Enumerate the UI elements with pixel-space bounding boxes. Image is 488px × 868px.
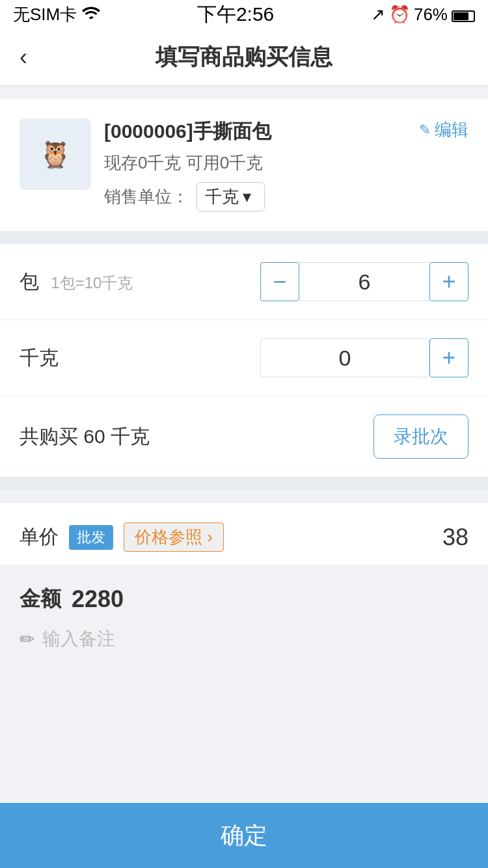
bao-minus-button[interactable]: − — [260, 262, 299, 301]
section-divider-2 — [0, 477, 488, 490]
edit-label: 编辑 — [435, 118, 468, 141]
price-ref-button[interactable]: 价格参照 › — [124, 522, 224, 552]
kg-quantity-control: + — [260, 338, 468, 377]
bao-plus-button[interactable]: + — [429, 262, 468, 301]
amount-row: 金额 2280 — [20, 585, 468, 614]
wifi-icon — [82, 6, 100, 23]
status-bar: 无SIM卡 下午2:56 ↗ ⏰ 76% — [0, 0, 488, 29]
back-button[interactable]: ‹ — [20, 44, 27, 71]
amount-section: 金额 2280 ✏ 输入备注 — [0, 565, 488, 671]
status-time: 下午2:56 — [197, 1, 274, 28]
edit-button[interactable]: ✎ 编辑 — [419, 118, 468, 141]
bao-label: 包 1包=10千克 — [20, 269, 260, 295]
quantity-section: 包 1包=10千克 − + 千克 + — [0, 244, 488, 396]
remark-row[interactable]: ✏ 输入备注 — [20, 627, 468, 651]
price-row: 单价 批发 价格参照 › 38 — [20, 522, 468, 552]
product-info: [0000006]手撕面包 现存0千克 可用0千克 销售单位： 千克 ▾ — [104, 118, 468, 211]
amount-value: 2280 — [72, 586, 124, 613]
nav-bar: ‹ 填写商品购买信息 — [0, 29, 488, 86]
location-icon: ↗ — [371, 5, 385, 25]
amount-label: 金额 — [20, 585, 61, 614]
bao-quantity-control: − + — [260, 262, 468, 301]
battery-icon — [452, 5, 475, 25]
kg-plus-button[interactable]: + — [429, 338, 468, 377]
kg-label: 千克 — [20, 345, 260, 372]
kg-row: 千克 + — [0, 320, 488, 396]
product-thumbnail: 🦉 — [20, 118, 91, 190]
price-badge: 批发 — [69, 525, 113, 550]
unit-select[interactable]: 千克 ▾ — [197, 182, 265, 211]
status-left: 无SIM卡 — [13, 3, 100, 26]
kg-input[interactable] — [260, 338, 429, 377]
record-batch-button[interactable]: 录批次 — [373, 414, 468, 459]
bao-row: 包 1包=10千克 − + — [0, 244, 488, 320]
page-title: 填写商品购买信息 — [156, 42, 332, 72]
price-section: 单价 批发 价格参照 › 38 — [0, 503, 488, 565]
product-name: [0000006]手撕面包 — [104, 118, 468, 145]
product-thumb-icon: 🦉 — [39, 139, 72, 170]
chevron-down-icon: ▾ — [243, 187, 251, 207]
bao-input[interactable] — [299, 262, 429, 301]
alarm-icon: ⏰ — [389, 5, 410, 25]
bao-hint: 1包=10千克 — [51, 274, 133, 292]
section-divider-1 — [0, 231, 488, 244]
edit-icon: ✎ — [419, 122, 431, 139]
product-stock: 现存0千克 可用0千克 — [104, 152, 468, 174]
remark-icon: ✏ — [20, 629, 34, 650]
total-row: 共购买 60 千克 录批次 — [0, 396, 488, 477]
product-card: 🦉 [0000006]手撕面包 现存0千克 可用0千克 销售单位： 千克 ▾ ✎… — [0, 99, 488, 231]
battery-percent: 76% — [414, 5, 448, 25]
unit-label: 销售单位： — [104, 185, 189, 208]
remark-placeholder: 输入备注 — [42, 627, 115, 651]
confirm-button[interactable]: 确定 — [0, 803, 488, 868]
product-unit-row: 销售单位： 千克 ▾ — [104, 182, 468, 211]
unit-value: 千克 — [205, 185, 239, 208]
total-text: 共购买 60 千克 — [20, 424, 150, 450]
carrier-text: 无SIM卡 — [13, 3, 77, 26]
status-right: ↗ ⏰ 76% — [371, 5, 475, 25]
price-value: 38 — [442, 524, 468, 551]
price-label: 单价 — [20, 524, 59, 550]
